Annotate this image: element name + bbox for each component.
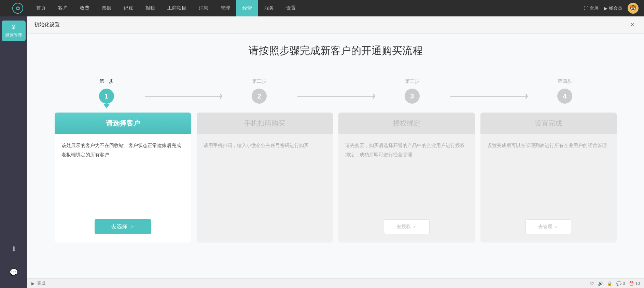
status-bar-right: 🛡 🔊 🔒 💬 0 ⏰ 10: [590, 281, 640, 286]
page-title: 初始化设置: [34, 22, 60, 28]
step-4-circle: 4: [557, 89, 572, 104]
card-2-footer: [197, 229, 333, 243]
card-4-body: 设置完成后可以在管理列表进行所有企业用户的经营管理: [480, 134, 617, 214]
card-1-footer: 去选择 ＞: [55, 213, 191, 243]
sidebar-item-operation[interactable]: ¥ 经营管理: [2, 21, 26, 41]
card-3-btn[interactable]: 去授权 ＞: [384, 219, 430, 234]
step-line-3: [450, 96, 527, 97]
step-1-label: 第一步: [99, 78, 114, 84]
top-navigation: ✿ 首页 客户 收费 票据 记账 报税 工商项目 消息 管理 经营 服务 设置 …: [0, 0, 644, 16]
fullscreen-icon: ⛶: [584, 6, 588, 11]
fullscreen-btn[interactable]: ⛶ 全屏: [584, 5, 599, 11]
nav-home[interactable]: 首页: [30, 0, 52, 16]
nav-manage[interactable]: 管理: [214, 0, 236, 16]
card-2-body: 请用手机扫码，输入小微企业主账号密码进行购买: [197, 134, 333, 229]
nav-right: ⛶ 全屏 ▶ 畅会员 🐯: [584, 3, 639, 14]
sidebar-bottom: ⬇ 💬: [2, 239, 26, 288]
step-2-label: 第二步: [252, 78, 266, 84]
nav-operation[interactable]: 经营: [236, 0, 258, 16]
sidebar-download[interactable]: ⬇: [2, 239, 26, 259]
play-btn[interactable]: ▶: [31, 281, 34, 286]
play-icon: ▶: [604, 6, 607, 11]
card-4-title: 设置完成: [535, 119, 562, 127]
status-text: 完成: [37, 280, 45, 286]
member-label: 畅会员: [609, 5, 622, 11]
card-3: 授权绑定 请先购买，购买后选择开通的产品中的企业用户进行授权绑定，成功后即可进行…: [338, 113, 475, 243]
nav-client[interactable]: 客户: [52, 0, 74, 16]
nav-bookkeeping[interactable]: 记账: [117, 0, 139, 16]
time-display: ⏰ 10: [629, 281, 640, 286]
step-3-circle: 3: [405, 89, 420, 104]
card-4: 设置完成 设置完成后可以在管理列表进行所有企业用户的经营管理 去管理 ＞: [480, 113, 617, 243]
step-1-circle: 1: [99, 89, 114, 104]
logo-icon: ✿: [12, 3, 23, 14]
card-1-btn-arrow: ＞: [129, 223, 135, 230]
step-line-1: [145, 96, 221, 97]
content-area: 请按照步骤完成新客户的开通购买流程 第一步 1 第二步 2 第三步 3: [27, 34, 644, 288]
card-2-header: 手机扫码购买: [197, 113, 333, 134]
card-4-header: 设置完成: [480, 113, 617, 134]
user-avatar[interactable]: 🐯: [628, 3, 639, 14]
card-4-btn[interactable]: 去管理 ＞: [526, 219, 571, 234]
page-header: 初始化设置 ×: [27, 16, 644, 34]
nav-items: 首页 客户 收费 票据 记账 报税 工商项目 消息 管理 经营 服务 设置: [30, 0, 584, 16]
card-3-body: 请先购买，购买后选择开通的产品中的企业用户进行授权绑定，成功后即可进行经营管理: [338, 134, 475, 214]
step-4-label: 第四步: [558, 78, 572, 84]
nav-business[interactable]: 工商项目: [161, 0, 193, 16]
fullscreen-label: 全屏: [590, 5, 599, 11]
nav-message[interactable]: 消息: [193, 0, 214, 16]
step-line-2: [297, 96, 374, 97]
card-1-header: 请选择客户: [55, 113, 191, 134]
step-2-circle: 2: [252, 89, 267, 104]
step-2: 第二步 2: [221, 78, 297, 104]
card-4-footer: 去管理 ＞: [480, 214, 617, 243]
step-3: 第三步 3: [374, 78, 450, 104]
card-4-btn-arrow: ＞: [554, 224, 559, 230]
main-content: 初始化设置 × 请按照步骤完成新客户的开通购买流程 第一步 1 第二步 2 第三…: [27, 16, 644, 288]
download-icon: ⬇: [11, 245, 17, 253]
sidebar-item-label: 经营管理: [5, 32, 22, 38]
nav-fee[interactable]: 收费: [74, 0, 96, 16]
card-1-title: 请选择客户: [106, 119, 140, 127]
card-3-footer: 去授权 ＞: [338, 214, 475, 243]
card-1-body: 该处展示的客户为不在回收站、客户状态正常建账后完成老板端绑定的所有客户: [55, 134, 191, 213]
card-3-title: 授权绑定: [393, 119, 420, 127]
card-3-btn-arrow: ＞: [412, 224, 417, 230]
cards-area: 请选择客户 该处展示的客户为不在回收站、客户状态正常建账后完成老板端绑定的所有客…: [48, 107, 624, 249]
chat-icon: 💬: [10, 268, 18, 276]
sidebar-chat[interactable]: 💬: [2, 262, 26, 283]
card-3-header: 授权绑定: [338, 113, 475, 134]
step-1: 第一步 1: [68, 78, 145, 104]
card-4-btn-label: 去管理: [538, 224, 552, 230]
card-3-btn-label: 去授权: [396, 224, 411, 230]
nav-ticket[interactable]: 票据: [96, 0, 117, 16]
volume-icon: 🔊: [598, 281, 603, 286]
status-bar: ▶ 完成 🛡 🔊 🔒 💬 0 ⏰ 10: [27, 278, 644, 288]
card-1-btn-label: 去选择: [111, 223, 127, 230]
nav-settings[interactable]: 设置: [280, 0, 302, 16]
shield-icon: 🛡: [590, 281, 594, 286]
lock-icon: 🔒: [607, 281, 612, 286]
message-count: 💬 0: [616, 281, 625, 286]
app-logo[interactable]: ✿: [5, 3, 30, 14]
card-2-title: 手机扫码购买: [244, 119, 285, 127]
card-1: 请选择客户 该处展示的客户为不在回收站、客户状态正常建账后完成老板端绑定的所有客…: [55, 113, 191, 243]
main-title: 请按照步骤完成新客户的开通购买流程: [48, 44, 624, 58]
member-btn[interactable]: ▶ 畅会员: [604, 5, 622, 11]
step-3-label: 第三步: [405, 78, 419, 84]
nav-service[interactable]: 服务: [258, 0, 280, 16]
yuan-icon: ¥: [12, 23, 15, 31]
card-1-btn[interactable]: 去选择 ＞: [95, 219, 151, 234]
step-4: 第四步 4: [527, 78, 603, 104]
steps-row: 第一步 1 第二步 2 第三步 3 第四步 4: [48, 71, 624, 107]
sidebar: ¥ 经营管理 ⬇ 💬: [0, 16, 27, 288]
card-2: 手机扫码购买 请用手机扫码，输入小微企业主账号密码进行购买: [197, 113, 333, 243]
close-button[interactable]: ×: [628, 20, 637, 30]
nav-tax[interactable]: 报税: [139, 0, 161, 16]
